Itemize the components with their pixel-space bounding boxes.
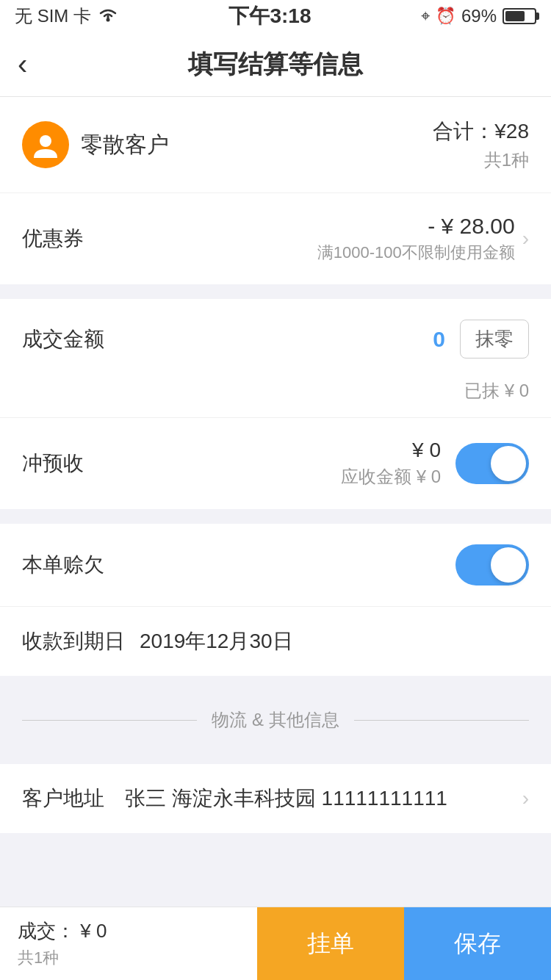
due-date-row: 收款到期日 2019年12月30日 — [0, 606, 551, 676]
battery-icon — [503, 8, 536, 24]
transaction-label: 成交金额 — [22, 325, 104, 353]
due-date-value: 2019年12月30日 — [140, 627, 293, 655]
prepay-label: 冲预收 — [22, 450, 84, 478]
prepay-value: ¥ 0 — [341, 439, 441, 462]
transaction-card: 成交金额 0 抹零 已抹 ¥ 0 冲预收 ¥ 0 应收金额 ¥ 0 — [0, 299, 551, 509]
prepay-value-section: ¥ 0 应收金额 ¥ 0 — [341, 439, 441, 489]
prepay-right: ¥ 0 应收金额 ¥ 0 — [341, 439, 529, 489]
bottom-summary-amount: 成交： ¥ 0 — [18, 918, 240, 944]
customer-row: 零散客户 合计：¥28 共1种 — [0, 97, 551, 192]
coupon-value-section: - ¥ 28.00 满1000-100不限制使用金额 — [317, 214, 515, 264]
debt-row: 本单赊欠 — [0, 524, 551, 606]
customer-right: 合计：¥28 共1种 — [433, 118, 529, 172]
address-label: 客户地址 — [22, 785, 110, 813]
svg-point-1 — [40, 135, 51, 147]
debt-label: 本单赊欠 — [22, 551, 104, 579]
coupon-amount: - ¥ 28.00 — [317, 214, 515, 239]
back-button[interactable]: ‹ — [18, 48, 27, 81]
address-value: 张三 海淀永丰科技园 11111111111 — [110, 785, 522, 813]
transaction-value: 0 — [433, 327, 445, 352]
coupon-right: - ¥ 28.00 满1000-100不限制使用金额 › — [317, 214, 529, 264]
customer-count: 共1种 — [433, 148, 529, 172]
bottom-summary: 成交： ¥ 0 共1种 — [0, 907, 257, 980]
prepay-sub: 应收金额 ¥ 0 — [341, 465, 441, 489]
toggle-knob — [491, 446, 526, 481]
prepay-toggle[interactable] — [455, 443, 529, 484]
battery-percent: 69% — [461, 6, 497, 26]
customer-name: 零散客户 — [81, 130, 169, 160]
logistics-line-left — [22, 720, 197, 721]
address-row[interactable]: 客户地址 张三 海淀永丰科技园 11111111111 › — [0, 764, 551, 833]
customer-card: 零散客户 合计：¥28 共1种 优惠券 - ¥ 28.00 满1000-100不… — [0, 97, 551, 284]
transaction-sub: 已抹 ¥ 0 — [0, 379, 551, 417]
bottom-bar: 成交： ¥ 0 共1种 挂单 保存 — [0, 907, 551, 980]
coupon-row[interactable]: 优惠券 - ¥ 28.00 满1000-100不限制使用金额 › — [0, 192, 551, 284]
logistics-line-right — [354, 720, 529, 721]
debt-card: 本单赊欠 收款到期日 2019年12月30日 — [0, 524, 551, 676]
transaction-amount-row: 成交金额 0 抹零 — [0, 299, 551, 379]
address-card: 客户地址 张三 海淀永丰科技园 11111111111 › — [0, 764, 551, 833]
status-time: 下午3:18 — [228, 2, 311, 30]
customer-avatar — [22, 121, 69, 168]
logistics-divider: 物流 & 其他信息 — [0, 691, 551, 749]
round-off-button[interactable]: 抹零 — [460, 320, 529, 359]
hold-button[interactable]: 挂单 — [257, 907, 404, 980]
wifi-icon — [97, 6, 119, 26]
svg-point-0 — [107, 18, 110, 22]
nav-bar: ‹ 填写结算等信息 — [0, 32, 551, 97]
status-left: 无 SIM 卡 — [15, 4, 119, 28]
prepay-row: 冲预收 ¥ 0 应收金额 ¥ 0 — [0, 417, 551, 509]
bottom-summary-count: 共1种 — [18, 947, 240, 969]
page-title: 填写结算等信息 — [188, 48, 363, 82]
coupon-chevron-icon: › — [522, 227, 529, 251]
signal-text: 无 SIM 卡 — [15, 4, 91, 28]
debt-toggle[interactable] — [455, 544, 529, 586]
user-icon — [31, 130, 60, 159]
coupon-label: 优惠券 — [22, 225, 84, 253]
transaction-right: 0 抹零 — [433, 320, 529, 359]
customer-total: 合计：¥28 — [433, 118, 529, 145]
customer-left: 零散客户 — [22, 121, 169, 168]
save-button[interactable]: 保存 — [404, 907, 551, 980]
debt-toggle-knob — [491, 547, 526, 583]
status-bar: 无 SIM 卡 下午3:18 ⌖ ⏰ 69% — [0, 0, 551, 32]
logistics-text: 物流 & 其他信息 — [197, 708, 353, 732]
address-chevron-icon: › — [522, 787, 529, 810]
alarm-icon: ⏰ — [436, 7, 455, 26]
coupon-desc: 满1000-100不限制使用金额 — [317, 242, 515, 264]
content: 零散客户 合计：¥28 共1种 优惠券 - ¥ 28.00 满1000-100不… — [0, 97, 551, 936]
location-icon: ⌖ — [421, 7, 430, 26]
status-right: ⌖ ⏰ 69% — [421, 6, 536, 26]
back-icon: ‹ — [18, 48, 27, 80]
due-date-label: 收款到期日 — [22, 627, 125, 655]
